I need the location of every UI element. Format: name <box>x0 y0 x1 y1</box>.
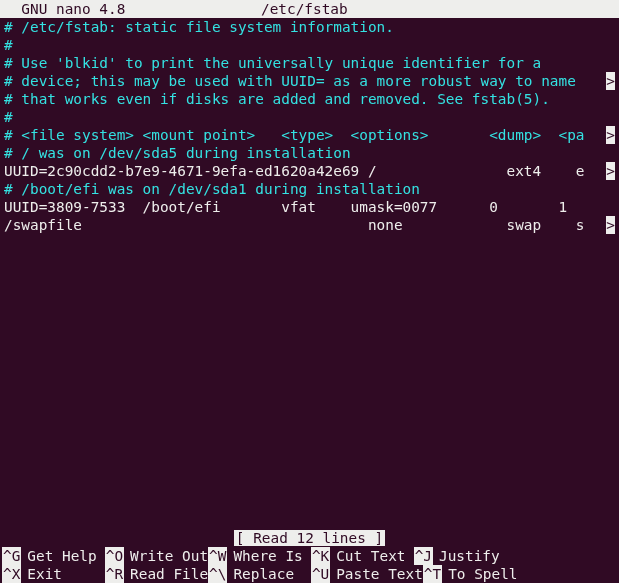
continuation-marker-icon: > <box>606 162 615 180</box>
shortcut-label: Exit <box>27 565 62 583</box>
editor-line[interactable]: # device; this may be used with UUID= as… <box>4 72 615 90</box>
editor-line[interactable]: # Use 'blkid' to print the universally u… <box>4 54 615 72</box>
shortcut-label: Cut Text <box>336 547 405 565</box>
shortcut-label: Paste Text <box>336 565 423 583</box>
status-bar: [ Read 12 lines ] <box>0 529 619 547</box>
editor-line[interactable]: # <box>4 36 615 54</box>
status-message: [ Read 12 lines ] <box>234 530 385 546</box>
shortcut-label: Get Help <box>27 547 96 565</box>
shortcut-item: ^TTo Spell <box>423 565 526 583</box>
editor-area[interactable]: # /etc/fstab: static file system informa… <box>0 18 619 234</box>
shortcut-key: ^U <box>311 565 330 583</box>
line-text: # Use 'blkid' to print the universally u… <box>4 55 541 71</box>
shortcut-key: ^O <box>105 547 124 565</box>
app-name: GNU nano 4.8 <box>0 0 125 18</box>
line-text: # / was on /dev/sda5 during installation <box>4 145 351 161</box>
shortcut-key: ^J <box>414 547 433 565</box>
editor-line[interactable]: # <box>4 108 615 126</box>
shortcut-item: ^WWhere Is <box>208 547 311 565</box>
shortcut-item: ^JJustify <box>414 547 517 565</box>
shortcut-item: ^KCut Text <box>311 547 414 565</box>
line-text: # <box>4 37 13 53</box>
shortcut-item: ^OWrite Out <box>105 547 208 565</box>
line-text: # <box>4 109 13 125</box>
line-text: UUID=2c90cdd2-b7e9-4671-9efa-ed1620a42e6… <box>4 163 584 179</box>
shortcut-label: Write Out <box>130 547 208 565</box>
shortcut-label: Justify <box>439 547 500 565</box>
continuation-marker-icon: > <box>606 126 615 144</box>
shortcut-key: ^X <box>2 565 21 583</box>
title-bar: GNU nano 4.8 /etc/fstab <box>0 0 619 18</box>
line-text: # <file system> <mount point> <type> <op… <box>4 127 584 143</box>
editor-line[interactable]: # / was on /dev/sda5 during installation <box>4 144 615 162</box>
shortcut-item: ^GGet Help <box>2 547 105 565</box>
shortcut-label: Replace <box>233 565 294 583</box>
shortcut-key: ^W <box>208 547 227 565</box>
editor-line[interactable]: UUID=3809-7533 /boot/efi vfat umask=0077… <box>4 198 615 216</box>
shortcut-row: ^GGet Help^OWrite Out^WWhere Is^KCut Tex… <box>0 547 619 565</box>
editor-line[interactable]: UUID=2c90cdd2-b7e9-4671-9efa-ed1620a42e6… <box>4 162 615 180</box>
shortcut-label: Where Is <box>233 547 302 565</box>
shortcut-key: ^\ <box>208 565 227 583</box>
line-text: /swapfile none swap s <box>4 217 584 233</box>
shortcut-key: ^G <box>2 547 21 565</box>
shortcut-key: ^R <box>105 565 124 583</box>
editor-line[interactable]: # that works even if disks are added and… <box>4 90 615 108</box>
file-name: /etc/fstab <box>261 0 483 18</box>
editor-line[interactable]: /swapfile none swap s> <box>4 216 615 234</box>
editor-line[interactable]: # /etc/fstab: static file system informa… <box>4 18 615 36</box>
shortcut-item: ^\Replace <box>208 565 311 583</box>
shortcut-key: ^K <box>311 547 330 565</box>
shortcut-bar: ^GGet Help^OWrite Out^WWhere Is^KCut Tex… <box>0 547 619 583</box>
editor-line[interactable]: # /boot/efi was on /dev/sda1 during inst… <box>4 180 615 198</box>
shortcut-item: ^XExit <box>2 565 105 583</box>
shortcut-label: Read File <box>130 565 208 583</box>
shortcut-row: ^XExit^RRead File^\Replace^UPaste Text^T… <box>0 565 619 583</box>
shortcut-item: ^RRead File <box>105 565 208 583</box>
continuation-marker-icon: > <box>606 216 615 234</box>
line-text: UUID=3809-7533 /boot/efi vfat umask=0077… <box>4 199 567 215</box>
shortcut-key: ^T <box>423 565 442 583</box>
shortcut-item: ^UPaste Text <box>311 565 423 583</box>
editor-line[interactable]: # <file system> <mount point> <type> <op… <box>4 126 615 144</box>
line-text: # that works even if disks are added and… <box>4 91 550 107</box>
line-text: # /boot/efi was on /dev/sda1 during inst… <box>4 181 420 197</box>
line-text: # /etc/fstab: static file system informa… <box>4 19 394 35</box>
shortcut-label: To Spell <box>448 565 517 583</box>
continuation-marker-icon: > <box>606 72 615 90</box>
line-text: # device; this may be used with UUID= as… <box>4 73 584 89</box>
